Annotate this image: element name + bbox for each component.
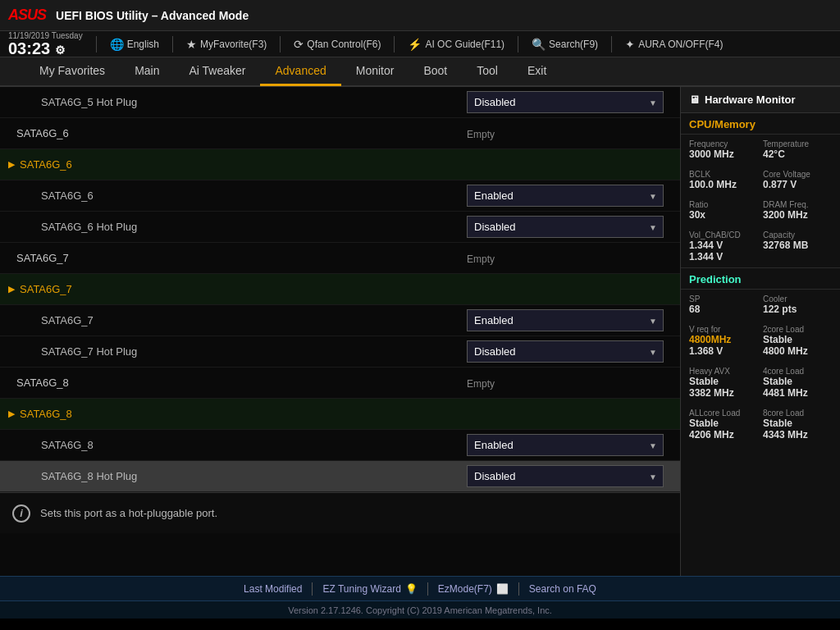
nav-my-favorites[interactable]: My Favorites: [25, 57, 120, 86]
monitor-icon: 🖥: [689, 94, 700, 106]
sata6g6-hotplug-select-wrapper[interactable]: Disabled Enabled: [467, 216, 664, 238]
my-favorite-label: MyFavorite(F3): [200, 39, 267, 50]
sata6g6-hotplug-value: Disabled Enabled: [467, 216, 664, 238]
sata6g7-group-label: SATA6G_7: [20, 283, 664, 295]
my-favorite-btn[interactable]: ★ MyFavorite(F3): [186, 38, 267, 51]
row-sata6g8-empty: SATA6G_8 Empty: [0, 368, 680, 399]
sata6g7-hotplug-select[interactable]: Disabled Enabled: [467, 340, 664, 363]
row-sata6g5-hotplug[interactable]: SATA6G_5 Hot Plug Disabled Enabled: [0, 87, 680, 118]
hw-ratio-dram: Ratio 30x DRAM Freq. 3200 MHz: [681, 195, 840, 226]
aura-btn[interactable]: ✦ AURA ON/OFF(F4): [625, 38, 723, 51]
sata6g8-label: SATA6G_8: [16, 439, 467, 451]
qfan-btn[interactable]: ⟳ Qfan Control(F6): [294, 38, 381, 51]
row-sata6g8-group[interactable]: ▶ SATA6G_8: [0, 399, 680, 430]
sata6g8-select-wrapper[interactable]: Enabled Disabled: [467, 434, 664, 456]
aura-label: AURA ON/OFF(F4): [638, 39, 723, 50]
nav-advanced[interactable]: Advanced: [260, 57, 340, 86]
sata6g6-hotplug-label: SATA6G_6 Hot Plug: [16, 221, 467, 233]
hw-sp-cooler: SP 68 Cooler 122 pts: [681, 290, 840, 320]
heavy-avx-status: Stable: [689, 376, 758, 387]
version-bar: Version 2.17.1246. Copyright (C) 2019 Am…: [0, 600, 840, 619]
ai-oc-btn[interactable]: ⚡ AI OC Guide(F11): [408, 38, 504, 51]
nav-tool[interactable]: Tool: [462, 57, 513, 86]
sata6g7-hotplug-value: Disabled Enabled: [467, 340, 664, 363]
sp-value: 68: [689, 304, 758, 315]
sata6g6-select[interactable]: Enabled Disabled: [467, 185, 664, 207]
main-content: SATA6G_5 Hot Plug Disabled Enabled SATA6…: [0, 87, 840, 576]
nav-boot[interactable]: Boot: [409, 57, 462, 86]
last-modified-btn[interactable]: Last Modified: [244, 583, 302, 595]
nav-exit[interactable]: Exit: [513, 57, 561, 86]
ez-mode-icon: ⬜: [496, 583, 509, 595]
sata6g8-hotplug-select-wrapper[interactable]: Disabled Enabled: [467, 465, 664, 487]
footer: Last Modified EZ Tuning Wizard 💡 EzMode(…: [0, 576, 840, 600]
search-faq-label: Search on FAQ: [529, 583, 596, 595]
row-sata6g8-hotplug[interactable]: SATA6G_8 Hot Plug Disabled Enabled: [0, 461, 680, 492]
sata6g7-select-wrapper[interactable]: Enabled Disabled: [467, 309, 664, 331]
toolbar-separator4: [394, 36, 395, 52]
toolbar: 11/19/2019 Tuesday 03:23 ⚙ 🌐 English ★ M…: [0, 31, 840, 57]
hw-heavy-avx: Heavy AVX Stable 3382 MHz 4core Load Sta…: [681, 362, 840, 404]
ez-tuning-btn[interactable]: EZ Tuning Wizard 💡: [322, 583, 417, 595]
bclk-label: BCLK: [689, 170, 758, 179]
cooler-cell: Cooler 122 pts: [761, 293, 833, 317]
ez-mode-btn[interactable]: EzMode(F7) ⬜: [438, 583, 509, 595]
frequency-value: 3000 MHz: [689, 148, 758, 160]
sata6g5-hotplug-select[interactable]: Disabled Enabled: [467, 91, 664, 113]
nav-monitor[interactable]: Monitor: [341, 57, 409, 86]
hw-bclk-voltage: BCLK 100.0 MHz Core Voltage 0.877 V: [681, 165, 840, 195]
sata6g6-label: SATA6G_6: [16, 189, 467, 202]
toolbar-separator2: [172, 36, 173, 52]
sp-label: SP: [689, 294, 758, 304]
sata6g6-empty-value: Empty: [467, 126, 664, 141]
bios-title: UEFI BIOS Utility – Advanced Mode: [56, 9, 249, 22]
expand-arrow2: ▶: [8, 284, 15, 294]
vol-chab-label: Vol_ChAB/CD: [689, 231, 758, 240]
sata6g7-hotplug-select-wrapper[interactable]: Disabled Enabled: [467, 340, 664, 363]
row-sata6g6-hotplug[interactable]: SATA6G_6 Hot Plug Disabled Enabled: [0, 212, 680, 243]
dram-freq-label: DRAM Freq.: [763, 200, 832, 209]
row-sata6g6-empty: SATA6G_6 Empty: [0, 118, 680, 149]
ratio-label: Ratio: [689, 200, 758, 209]
row-sata6g7[interactable]: SATA6G_7 Enabled Disabled: [0, 305, 680, 336]
footer-sep1: [312, 582, 313, 596]
settings-icon[interactable]: ⚙: [55, 43, 66, 57]
row-sata6g6-group[interactable]: ▶ SATA6G_6: [0, 149, 680, 180]
sata6g6-select-wrapper[interactable]: Enabled Disabled: [467, 185, 664, 207]
two-core-status: Stable: [763, 334, 832, 345]
core-voltage-cell: Core Voltage 0.877 V: [761, 168, 833, 192]
row-sata6g7-group[interactable]: ▶ SATA6G_7: [0, 274, 680, 305]
sata6g8-hotplug-value: Disabled Enabled: [467, 465, 664, 487]
allcore-label: ALLcore Load: [689, 409, 758, 418]
vol-chab-value: 1.344 V: [689, 240, 758, 251]
sata6g5-hotplug-label: SATA6G_5 Hot Plug: [16, 96, 467, 108]
sata6g8-select[interactable]: Enabled Disabled: [467, 434, 664, 456]
row-sata6g8[interactable]: SATA6G_8 Enabled Disabled: [0, 430, 680, 461]
nav-ai-tweaker[interactable]: Ai Tweaker: [174, 57, 260, 86]
nav-main[interactable]: Main: [120, 57, 174, 86]
sata6g8-group-label: SATA6G_8: [20, 408, 664, 420]
temperature-value: 42°C: [763, 148, 832, 160]
sata6g6-hotplug-select[interactable]: Disabled Enabled: [467, 216, 664, 238]
hw-allcore: ALLcore Load Stable 4206 MHz 8core Load …: [681, 404, 840, 445]
capacity-cell: Capacity 32768 MB: [761, 229, 833, 264]
sata6g5-hotplug-select-wrapper[interactable]: Disabled Enabled: [467, 91, 664, 113]
language-selector[interactable]: 🌐 English: [110, 38, 159, 51]
sata6g8-hotplug-select[interactable]: Disabled Enabled: [467, 465, 664, 487]
capacity-label: Capacity: [763, 231, 832, 240]
row-sata6g7-hotplug[interactable]: SATA6G_7 Hot Plug Disabled Enabled: [0, 336, 680, 368]
two-core-value: 4800 MHz: [763, 345, 832, 357]
ez-mode-label: EzMode(F7): [438, 583, 492, 595]
sata6g7-select[interactable]: Enabled Disabled: [467, 309, 664, 331]
version-text: Version 2.17.1246. Copyright (C) 2019 Am…: [288, 605, 552, 615]
hw-freq-temp: Frequency 3000 MHz Temperature 42°C: [681, 135, 840, 165]
sata6g8-empty-label: SATA6G_8: [16, 377, 467, 389]
row-sata6g6[interactable]: SATA6G_6 Enabled Disabled: [0, 180, 680, 212]
globe-icon: 🌐: [110, 38, 124, 51]
search-btn[interactable]: 🔍 Search(F9): [532, 38, 598, 51]
two-core-label: 2core Load: [763, 325, 832, 334]
last-modified-label: Last Modified: [244, 583, 302, 595]
vreq-label: V req for: [689, 325, 758, 334]
search-faq-btn[interactable]: Search on FAQ: [529, 583, 596, 595]
sata6g6-value: Enabled Disabled: [467, 185, 664, 207]
